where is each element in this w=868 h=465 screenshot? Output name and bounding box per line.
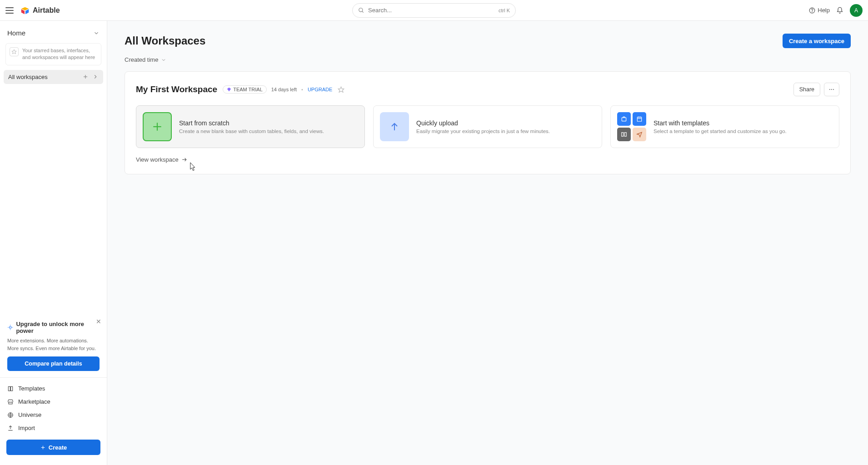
tile-title: Start from scratch (179, 119, 324, 127)
link-import-label: Import (18, 425, 35, 431)
svg-rect-22 (622, 118, 626, 121)
dots-icon (828, 86, 835, 93)
help-label: Help (818, 7, 830, 14)
sidebar: Home Your starred bases, interfaces, and… (0, 21, 107, 465)
help-button[interactable]: Help (809, 7, 830, 14)
nav-home-label: Home (7, 29, 25, 37)
tile-title: Quickly upload (416, 119, 550, 127)
chevron-down-icon (93, 30, 100, 36)
create-workspace-button[interactable]: Create a workspace (783, 34, 851, 48)
menu-toggle-button[interactable] (5, 7, 14, 14)
all-workspaces-label: All workspaces (8, 74, 48, 80)
link-templates-label: Templates (18, 385, 45, 392)
workspace-more-button[interactable] (824, 83, 839, 96)
svg-rect-23 (637, 117, 641, 121)
link-universe[interactable]: Universe (7, 409, 100, 421)
separator-dot: • (301, 87, 303, 92)
sidebar-bottom-links: Templates Marketplace Universe Import (0, 378, 107, 434)
upload-tile-icon (380, 112, 409, 141)
svg-point-3 (359, 8, 363, 11)
workspace-name[interactable]: My First Workspace (136, 84, 217, 94)
svg-point-16 (829, 89, 830, 90)
upgrade-link[interactable]: UPGRADE (308, 87, 332, 92)
brand-name: Airtable (33, 6, 60, 15)
search-wrapper: ctrl K (352, 3, 516, 18)
arrow-right-icon (181, 157, 187, 163)
svg-marker-14 (227, 88, 231, 91)
sidebar-item-all-workspaces[interactable]: All workspaces (4, 70, 103, 84)
workspace-card: My First Workspace TEAM TRIAL 14 days le… (125, 71, 851, 174)
star-icon (10, 47, 19, 56)
page-header: All Workspaces Create a workspace (125, 34, 851, 48)
help-icon (809, 7, 815, 14)
topbar-right: Help A (809, 4, 863, 17)
link-marketplace[interactable]: Marketplace (7, 396, 100, 408)
view-workspace-link[interactable]: View workspace (136, 156, 839, 163)
tile-title: Start with templates (653, 119, 787, 127)
create-button-label: Create (49, 444, 67, 451)
plus-icon (40, 445, 46, 450)
templates-tile-icon (617, 112, 646, 141)
share-button[interactable]: Share (793, 83, 820, 96)
promo-close-button[interactable]: ✕ (96, 318, 101, 325)
link-templates[interactable]: Templates (7, 382, 100, 395)
view-workspace-label: View workspace (136, 156, 179, 163)
upload-icon (7, 425, 14, 431)
svg-point-6 (812, 11, 813, 12)
nav-home[interactable]: Home (0, 25, 107, 40)
svg-marker-15 (339, 87, 344, 92)
tile-quickly-upload[interactable]: Quickly upload Easily migrate your exist… (373, 105, 602, 148)
svg-point-10 (9, 326, 11, 328)
sort-dropdown[interactable]: Created time (125, 56, 851, 63)
page-title: All Workspaces (125, 35, 205, 47)
starred-empty-state: Your starred bases, interfaces, and work… (5, 43, 101, 65)
svg-line-4 (362, 11, 364, 12)
link-marketplace-label: Marketplace (18, 398, 50, 405)
search-box[interactable]: ctrl K (352, 3, 516, 18)
upgrade-promo: ✕ Upgrade to unlock more power More exte… (0, 315, 107, 378)
tile-desc: Easily migrate your existing projects in… (416, 129, 550, 134)
compare-plan-button[interactable]: Compare plan details (7, 356, 100, 371)
chevron-right-icon[interactable] (92, 74, 99, 80)
topbar: Airtable ctrl K Help A (0, 0, 868, 21)
promo-title-text: Upgrade to unlock more power (16, 321, 100, 334)
sort-label: Created time (125, 56, 158, 63)
gem-icon (227, 87, 231, 92)
plus-icon[interactable] (82, 74, 89, 80)
base-creation-tiles: Start from scratch Create a new blank ba… (136, 105, 839, 148)
user-avatar[interactable]: A (850, 4, 863, 17)
link-universe-label: Universe (18, 411, 41, 418)
book-icon (7, 386, 14, 392)
create-button[interactable]: Create (6, 440, 100, 455)
chevron-down-icon (161, 57, 166, 63)
globe-icon (7, 412, 14, 418)
promo-body-text: More extensions. More automations. More … (7, 337, 100, 352)
svg-point-18 (833, 89, 834, 90)
trial-badge: TEAM TRIAL (223, 85, 267, 94)
star-icon (338, 86, 344, 93)
search-icon (358, 7, 364, 14)
search-input[interactable] (368, 7, 495, 14)
search-kbd-hint: ctrl K (499, 8, 510, 13)
trial-label: TEAM TRIAL (233, 87, 263, 92)
svg-marker-7 (12, 49, 16, 54)
main-content: All Workspaces Create a workspace Create… (107, 21, 868, 465)
store-icon (7, 399, 14, 405)
workspace-header: My First Workspace TEAM TRIAL 14 days le… (136, 83, 839, 96)
notifications-button[interactable] (836, 7, 843, 14)
brand-logo[interactable]: Airtable (20, 5, 60, 15)
star-workspace-button[interactable] (338, 86, 344, 93)
svg-point-17 (831, 89, 832, 90)
workspace-badges: TEAM TRIAL 14 days left • UPGRADE (223, 85, 332, 94)
airtable-logo-icon (20, 5, 30, 15)
plus-tile-icon (143, 112, 172, 141)
trial-days-left: 14 days left (271, 87, 297, 92)
tile-start-from-scratch[interactable]: Start from scratch Create a new blank ba… (136, 105, 365, 148)
starred-hint-text: Your starred bases, interfaces, and work… (22, 47, 97, 61)
tile-desc: Create a new blank base with custom tabl… (179, 129, 324, 134)
tile-start-with-templates[interactable]: Start with templates Select a template t… (610, 105, 839, 148)
tile-desc: Select a template to get started and cus… (653, 129, 787, 134)
link-import[interactable]: Import (7, 422, 100, 434)
sparkle-icon (7, 324, 13, 331)
